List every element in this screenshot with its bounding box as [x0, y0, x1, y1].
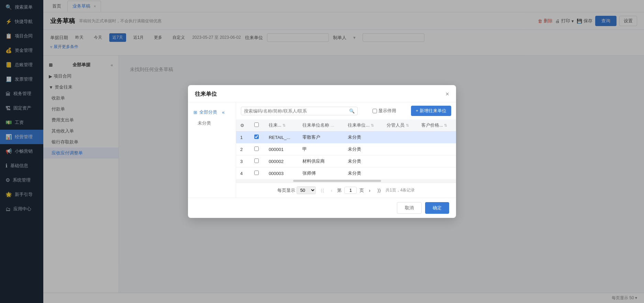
row-category: 未分类 — [344, 143, 382, 155]
pagination: 每页显示 50 100 ⟨⟨ ‹ 第 页 › ⟩⟩ 共1页，4条记录 — [236, 183, 456, 198]
prev-page-btn[interactable]: ‹ — [329, 187, 335, 194]
scrollbar-thumb[interactable] — [293, 180, 381, 182]
first-page-btn[interactable]: ⟨⟨ — [319, 187, 326, 194]
data-table: ⚙ 往来... ⇅ 往来单位名称 ... — [236, 119, 456, 183]
category-collapse-btn[interactable]: « — [219, 109, 227, 115]
row-checkbox[interactable] — [250, 131, 265, 143]
cancel-button[interactable]: 取消 — [397, 202, 422, 214]
row-name: 甲 — [298, 143, 344, 155]
sort-icon-price: ⇅ — [444, 123, 447, 127]
confirm-button[interactable]: 确定 — [425, 202, 449, 214]
row-name: 材料供应商 — [298, 155, 344, 167]
col-manager[interactable]: 分管人员 ⇅ — [382, 119, 417, 131]
dialog-body: ⊞ 全部分类 « 未分类 🔍 显示停用 — [188, 102, 456, 198]
dialog: 往来单位 × ⊞ 全部分类 « 未分类 🔍 — [188, 85, 456, 218]
table-panel: 🔍 显示停用 + 新增往来单位 ⚙ — [236, 102, 456, 198]
modal-overlay[interactable]: 往来单位 × ⊞ 全部分类 « 未分类 🔍 — [0, 0, 644, 303]
row-checkbox[interactable] — [250, 167, 265, 179]
row-category: 未分类 — [344, 155, 382, 167]
table-row[interactable]: 4 000003 张师傅 未分类 — [236, 167, 456, 179]
table-row[interactable]: 1 RETAIL_... 零散客户 未分类 — [236, 131, 456, 143]
page-total: 共1页，4条记录 — [386, 187, 415, 193]
search-icon: 🔍 — [349, 108, 355, 114]
next-page-btn[interactable]: › — [367, 187, 373, 194]
dialog-close-button[interactable]: × — [445, 91, 449, 98]
row-code: 000001 — [265, 143, 298, 155]
dialog-title: 往来单位 — [195, 91, 217, 98]
show-disabled-checkbox[interactable]: 显示停用 — [373, 108, 396, 114]
dialog-header: 往来单位 × — [188, 85, 456, 102]
row-code: 000003 — [265, 167, 298, 179]
row-manager — [382, 167, 417, 179]
select-all-checkbox[interactable] — [254, 123, 259, 127]
search-box[interactable]: 🔍 — [241, 107, 358, 115]
row-code: 000002 — [265, 155, 298, 167]
row-index: 3 — [236, 155, 250, 167]
row-price — [417, 167, 456, 179]
category-all[interactable]: ⊞ 全部分类 « — [188, 106, 236, 118]
category-panel: ⊞ 全部分类 « 未分类 — [188, 102, 236, 198]
row-checkbox[interactable] — [250, 155, 265, 167]
col-name[interactable]: 往来单位名称 ... — [298, 119, 344, 131]
row-checkbox[interactable] — [250, 143, 265, 155]
row-index: 4 — [236, 167, 250, 179]
dots-icon-name: ... — [331, 123, 334, 128]
row-manager — [382, 155, 417, 167]
horizontal-scrollbar[interactable] — [236, 180, 456, 183]
col-checkbox[interactable] — [250, 119, 265, 131]
row-manager — [382, 143, 417, 155]
table-row[interactable]: 3 000002 材料供应商 未分类 — [236, 155, 456, 167]
sort-icon-mgr: ⇅ — [406, 123, 409, 127]
page-size: 每页显示 50 100 — [277, 186, 316, 194]
dialog-toolbar: 🔍 显示停用 + 新增往来单位 — [236, 102, 456, 119]
add-unit-button[interactable]: + 新增往来单位 — [411, 106, 451, 116]
page-size-select[interactable]: 50 100 — [297, 186, 316, 194]
row-category: 未分类 — [344, 131, 382, 143]
row-index: 2 — [236, 143, 250, 155]
show-disabled-input[interactable] — [373, 109, 377, 113]
page-number-input[interactable] — [344, 187, 357, 194]
row-index: 1 — [236, 131, 250, 143]
sort-icon-cat: ⇅ — [371, 123, 374, 127]
sort-icon-code: ⇅ — [282, 123, 286, 127]
row-price — [417, 131, 456, 143]
row-select[interactable] — [254, 159, 259, 163]
row-name: 零散客户 — [298, 131, 344, 143]
table-row[interactable]: 2 000001 甲 未分类 — [236, 143, 456, 155]
dialog-footer: 取消 确定 — [188, 198, 456, 218]
row-name: 张师傅 — [298, 167, 344, 179]
col-price[interactable]: 客户价格... ⇅ — [417, 119, 456, 131]
last-page-btn[interactable]: ⟩⟩ — [375, 187, 383, 194]
row-category: 未分类 — [344, 167, 382, 179]
row-price — [417, 155, 456, 167]
row-price — [417, 143, 456, 155]
col-settings[interactable]: ⚙ — [236, 119, 250, 131]
col-code[interactable]: 往来... ⇅ — [265, 119, 298, 131]
col-category[interactable]: 往来单位... ⇅ — [344, 119, 382, 131]
search-input[interactable] — [244, 108, 347, 114]
row-code: RETAIL_... — [265, 131, 298, 143]
category-grid-icon: ⊞ — [193, 110, 197, 115]
row-select[interactable] — [254, 171, 259, 175]
row-select[interactable] — [254, 147, 259, 151]
row-select[interactable] — [254, 135, 259, 139]
row-manager — [382, 131, 417, 143]
category-uncategorized[interactable]: 未分类 — [188, 118, 236, 128]
